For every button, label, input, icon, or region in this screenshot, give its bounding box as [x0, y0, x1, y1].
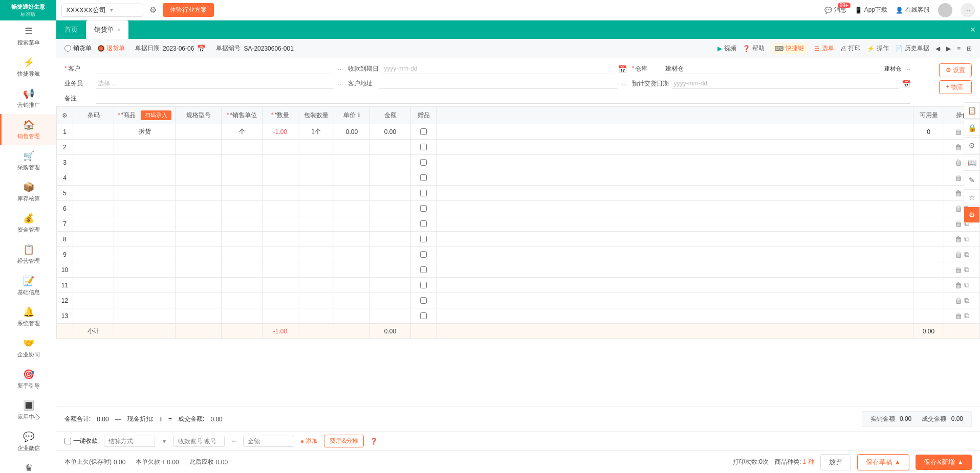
total-due-info-icon[interactable]: ℹ — [162, 459, 165, 466]
delete-row-icon[interactable]: 🗑 — [955, 266, 962, 274]
payment-method-input[interactable] — [104, 436, 155, 447]
delete-row-icon[interactable]: 🗑 — [955, 143, 962, 151]
row-barcode[interactable] — [73, 124, 114, 140]
row-product[interactable]: 拆货 — [114, 124, 176, 140]
radio-sales-order[interactable]: 销货单 — [64, 44, 92, 53]
sidebar-item-basic-info[interactable]: 📝 基础信息 — [0, 270, 56, 301]
close-all-tabs-icon[interactable]: ✕ — [970, 26, 976, 34]
select-order-button[interactable]: ☰ 选单 — [814, 44, 834, 53]
row-qty[interactable]: -1.00 — [263, 124, 298, 140]
toolbar-star-icon[interactable]: ☆ — [964, 189, 980, 206]
toolbar-edit-icon[interactable]: ✎ — [964, 172, 980, 188]
row-gift[interactable] — [411, 124, 437, 140]
print-button[interactable]: 🖨 打印 — [840, 44, 861, 53]
next-button[interactable]: ▶ — [946, 45, 951, 52]
tab-home[interactable]: 首页 — [56, 20, 86, 39]
scan-barcode-button[interactable]: 扫码录入 — [141, 110, 171, 120]
sidebar-item-system[interactable]: 🔔 系统管理 — [0, 301, 56, 332]
warehouse-input[interactable] — [663, 63, 880, 74]
app-download-button[interactable]: 📱 App下载 — [855, 6, 887, 14]
delete-row-icon[interactable]: 🗑 — [955, 128, 962, 136]
sidebar-item-search[interactable]: ☰ 搜索菜单 — [0, 20, 56, 52]
toolbar-clipboard-icon[interactable]: 📋 — [964, 102, 980, 119]
sidebar-item-marketing[interactable]: 📢 营销推广 — [0, 83, 56, 114]
delete-row-icon[interactable]: 🗑 — [955, 312, 962, 320]
sidebar-item-sales[interactable]: 🏠 销售管理 — [0, 114, 56, 145]
row-price[interactable]: 0.00 — [334, 124, 370, 140]
expected-delivery-input[interactable] — [672, 78, 899, 89]
copy-row-icon[interactable]: ⧉ — [964, 265, 969, 274]
sidebar-item-vip[interactable]: ♛ 畅会员 — [0, 457, 56, 473]
payment-account-input[interactable] — [173, 436, 225, 447]
discount-info-icon[interactable]: ℹ — [160, 416, 162, 423]
help-button[interactable]: ❓ 帮助 — [743, 44, 765, 53]
grid-view-button[interactable]: ≡ — [957, 45, 961, 52]
salesperson-more-icon[interactable]: ··· — [338, 80, 343, 87]
sidebar-item-quick-nav[interactable]: ⚡ 快捷导航 — [0, 52, 56, 83]
online-service-button[interactable]: 👤 在线客服 — [896, 6, 930, 14]
copy-row-icon[interactable]: ⧉ — [964, 281, 969, 289]
delete-row-icon[interactable]: 🗑 — [955, 159, 962, 167]
delete-row-icon[interactable]: 🗑 — [955, 235, 962, 243]
sidebar-item-guide[interactable]: 🎯 新手引导 — [0, 364, 56, 395]
settings-button[interactable]: ⚙ 设置 — [939, 63, 972, 77]
sidebar-item-operations[interactable]: 📋 经营管理 — [0, 239, 56, 270]
row-spec[interactable] — [176, 124, 222, 140]
due-date-calendar-icon[interactable]: 📅 — [618, 65, 627, 73]
video-help-button[interactable]: ▶ 视频 — [717, 44, 736, 53]
calendar-icon[interactable]: 📅 — [197, 44, 206, 53]
delivery-calendar-icon[interactable]: 📅 — [902, 80, 910, 88]
one-click-payment-checkbox[interactable]: 一键收款 — [64, 437, 98, 445]
price-info-icon[interactable]: ℹ — [358, 111, 360, 119]
toolbar-book-icon[interactable]: 📖 — [964, 154, 980, 171]
payment-method-arrow-icon[interactable]: ▼ — [161, 438, 167, 445]
customer-input[interactable] — [96, 63, 334, 74]
toolbar-lock-icon[interactable]: 🔒 — [964, 120, 980, 136]
shortcut-button[interactable]: ⌨ 快捷键 — [771, 43, 808, 54]
sidebar-item-enterprise[interactable]: 🤝 企业协同 — [0, 332, 56, 364]
due-date-input[interactable] — [382, 63, 615, 74]
logistics-button[interactable]: + 物流 — [939, 80, 972, 94]
copy-row-icon[interactable]: ⧉ — [964, 296, 969, 305]
delete-row-icon[interactable]: 🗑 — [955, 251, 962, 259]
copy-row-icon[interactable]: ⧉ — [964, 250, 969, 259]
delete-row-icon[interactable]: 🗑 — [955, 281, 962, 289]
delete-row-icon[interactable]: 🗑 — [955, 220, 962, 228]
tab-sales-order[interactable]: 销货单 × — [86, 20, 128, 39]
avatar[interactable] — [938, 3, 952, 17]
radio-return-order[interactable]: 退货单 — [98, 44, 125, 53]
history-button[interactable]: 📄 历史单据 — [895, 44, 929, 53]
company-selector[interactable]: XXXXXX公司 ▼ — [61, 4, 143, 17]
payment-amount-input[interactable] — [243, 436, 294, 447]
account-more-icon[interactable]: ··· — [232, 438, 237, 445]
address-more-icon[interactable]: ··· — [622, 80, 627, 87]
expense-info-icon[interactable]: ❓ — [370, 438, 378, 445]
avatar-extra[interactable]: ··· — [961, 3, 975, 17]
row-amount[interactable]: 0.00 — [370, 124, 411, 140]
prev-button[interactable]: ◀ — [935, 45, 940, 52]
gear-icon[interactable]: ⚙ — [147, 3, 159, 17]
sidebar-item-purchase[interactable]: 🛒 采购管理 — [0, 145, 56, 176]
delete-row-icon[interactable]: 🗑 — [955, 174, 962, 182]
customer-address-input[interactable] — [379, 78, 617, 89]
trial-button[interactable]: 体验行业方案 — [163, 3, 214, 17]
save-draft-button[interactable]: 保存草稿 ▲ — [857, 454, 910, 470]
toolbar-circle-icon[interactable]: ⊙ — [964, 137, 980, 153]
row-unit[interactable]: 个 — [222, 124, 263, 140]
sidebar-item-wechat[interactable]: 💬 企业微信 — [0, 426, 56, 457]
copy-row-icon[interactable]: ⧉ — [964, 235, 969, 243]
expense-split-button[interactable]: 费用&分摊 — [324, 435, 364, 447]
add-payment-button[interactable]: ● 添加 — [300, 437, 318, 445]
warehouse-more-icon[interactable]: ··· — [905, 65, 910, 73]
customer-more-icon[interactable]: ··· — [338, 65, 343, 73]
notes-input[interactable] — [96, 93, 910, 104]
delete-row-icon[interactable]: 🗑 — [955, 297, 962, 305]
delete-row-icon[interactable]: 🗑 — [955, 189, 962, 197]
row-pkg-qty[interactable]: 1个 — [298, 124, 334, 140]
save-new-button[interactable]: 保存&新增 ▲ — [916, 455, 972, 470]
sidebar-item-app-center[interactable]: 🔳 应用中心 — [0, 395, 56, 426]
delete-row-icon[interactable]: 🗑 — [955, 205, 962, 213]
action-button[interactable]: ⚡ 操作 — [867, 44, 889, 53]
sidebar-item-inventory[interactable]: 📦 库存核算 — [0, 176, 56, 208]
toolbar-settings-icon[interactable]: ⚙ — [964, 207, 980, 223]
